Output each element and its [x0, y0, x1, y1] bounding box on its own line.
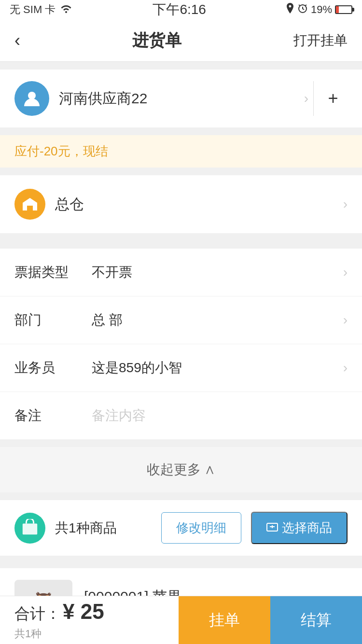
warehouse-chevron-icon: ›	[343, 196, 348, 212]
select-product-label: 选择商品	[282, 519, 332, 536]
divider	[313, 81, 314, 116]
supplier-section: 河南供应商22 › +	[0, 70, 362, 127]
select-product-button[interactable]: 选择商品	[251, 512, 348, 544]
supplier-row[interactable]: 河南供应商22 › +	[0, 70, 362, 127]
svg-rect-3	[23, 523, 37, 534]
salesperson-value: 这是859的小智	[92, 359, 338, 377]
invoice-type-label: 票据类型	[14, 263, 92, 281]
warehouse-row[interactable]: 总仓 ›	[0, 175, 362, 233]
bottom-total: 合计： ¥ 25 共1种	[0, 596, 179, 644]
remark-label: 备注	[14, 406, 92, 425]
department-chevron-icon: ›	[343, 312, 348, 328]
product-header: 共1种商品 修改明细 选择商品	[0, 500, 362, 556]
invoice-type-value: 不开票	[92, 263, 338, 281]
supplier-chevron-icon: ›	[304, 91, 308, 106]
collapse-button[interactable]: 收起更多 ∧	[0, 447, 362, 492]
department-label: 部门	[14, 311, 92, 329]
supplier-name: 河南供应商22	[59, 89, 299, 109]
notice-text: 应付-20元，现结	[14, 144, 108, 158]
section-gap-3	[0, 563, 362, 567]
add-supplier-button[interactable]: +	[319, 88, 348, 109]
battery-label: 19%	[311, 3, 332, 16]
select-product-icon	[266, 520, 278, 535]
remark-placeholder[interactable]: 备注内容	[92, 406, 348, 425]
invoice-type-chevron-icon: ›	[343, 265, 348, 280]
total-main: 合计： ¥ 25	[14, 600, 179, 625]
nav-bar: ‹ 进货单 打开挂单	[0, 19, 362, 62]
checkout-button[interactable]: 结算	[270, 596, 362, 644]
salesperson-row[interactable]: 业务员 这是859的小智 ›	[0, 344, 362, 392]
product-icon	[14, 513, 45, 544]
total-label: 合计：	[14, 603, 61, 625]
hang-button[interactable]: 挂单	[179, 596, 270, 644]
total-amount: ¥ 25	[63, 600, 104, 624]
product-header-section: 共1种商品 修改明细 选择商品	[0, 500, 362, 556]
product-count: 共1种商品	[55, 519, 152, 537]
status-bar-time: 下午6:16	[153, 0, 206, 19]
status-bar-right: 19%	[286, 3, 352, 16]
notice-banner: 应付-20元，现结	[0, 135, 362, 168]
warehouse-section: 总仓 ›	[0, 175, 362, 233]
status-bar-left: 无 SIM 卡	[10, 2, 73, 17]
total-sub: 共1种	[14, 627, 179, 641]
supplier-avatar	[14, 81, 49, 116]
form-section: 票据类型 不开票 › 部门 总 部 › 业务员 这是859的小智 › 备注 备注…	[0, 249, 362, 439]
open-hang-button[interactable]: 打开挂单	[293, 31, 348, 50]
battery-icon	[335, 5, 352, 14]
svg-point-1	[28, 92, 36, 99]
svg-rect-2	[27, 206, 33, 210]
page-title: 进货单	[132, 29, 181, 52]
alarm-icon	[297, 3, 308, 16]
salesperson-chevron-icon: ›	[343, 360, 348, 376]
department-value: 总 部	[92, 311, 338, 329]
back-button[interactable]: ‹	[14, 30, 20, 51]
remark-row[interactable]: 备注 备注内容	[0, 392, 362, 439]
status-bar: 无 SIM 卡 下午6:16 19%	[0, 0, 362, 19]
location-icon	[286, 3, 294, 16]
department-row[interactable]: 部门 总 部 ›	[0, 296, 362, 344]
section-gap	[0, 62, 362, 70]
warehouse-icon	[14, 189, 45, 220]
carrier-label: 无 SIM 卡	[10, 2, 56, 17]
section-gap-2	[0, 241, 362, 249]
salesperson-label: 业务员	[14, 359, 92, 377]
warehouse-name: 总仓	[55, 195, 338, 214]
wifi-icon	[59, 3, 73, 16]
bottom-bar: 合计： ¥ 25 共1种 挂单 结算	[0, 596, 362, 644]
invoice-type-row[interactable]: 票据类型 不开票 ›	[0, 249, 362, 296]
edit-detail-button[interactable]: 修改明细	[161, 512, 241, 544]
